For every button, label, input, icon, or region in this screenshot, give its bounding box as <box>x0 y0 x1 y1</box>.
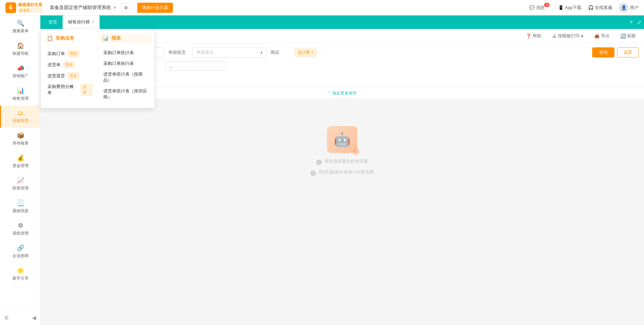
cooperation-icon: 🔗 <box>17 244 24 252</box>
robot-dot-icon <box>353 148 359 155</box>
tab-bar: 首页 销售排行榜 × × ⤢ <box>40 15 644 29</box>
home-icon: 🏠 <box>17 42 24 49</box>
tab-close-button[interactable]: × <box>630 19 633 25</box>
export-button[interactable]: 📤 导出 <box>592 32 612 40</box>
goods-label: 商品 <box>271 49 291 55</box>
print-button[interactable]: 🖨 按模板打印 ▾ <box>549 32 586 40</box>
menu-item-expense[interactable]: 采购费用分摊单 历史 <box>46 81 94 98</box>
empty-state: 🤖 1 请先选择要分析的方案 2 用[过滤]条件来缩小分析范围 <box>40 99 644 204</box>
basic-icon: 📃 <box>17 199 24 207</box>
doc-status-chevron-icon: ▾ <box>260 50 263 55</box>
tab-home[interactable]: 首页 <box>43 15 63 29</box>
sidebar-item-search[interactable]: 🔍 搜索菜单 <box>0 15 40 38</box>
query-btns: 查询 设置 <box>592 47 639 57</box>
purchase-col-icon: 📋 <box>46 35 53 42</box>
sidebar: 🔍 搜索菜单 🏠 快捷导航 📣 营销推广 📊 销售管理 🗂 采购管理 📦 库存核… <box>0 15 40 325</box>
hint-2-icon: 2 <box>311 170 316 176</box>
menu-item-purchase-order[interactable]: 采购订单 历史 <box>46 48 94 59</box>
app-download-button[interactable]: 📱 App下载 <box>558 5 581 11</box>
goods-tag-close-icon[interactable]: × <box>311 50 314 55</box>
dropdown-col-purchase: 📋 采购业务 采购订单 历史 进货单 历史 进货退货 历史 采购费用分摊单 历史 <box>46 35 94 103</box>
sidebar-item-marketing[interactable]: 📣 营销推广 <box>0 60 40 83</box>
help-icon: ❓ <box>526 34 531 39</box>
message-button[interactable]: 💬 消息 9 <box>529 5 551 11</box>
sidebar-item-basic[interactable]: 📃 基础信息 <box>0 195 40 218</box>
sales-icon: 📊 <box>17 87 24 94</box>
dropdown-col-report-header: 📊 报表 <box>99 33 152 43</box>
headset-icon: 🎧 <box>588 5 594 10</box>
toolbar-actions: ❓ 帮助 🖨 按模板打印 ▾ 📤 导出 🔄 刷新 <box>523 32 639 40</box>
sidebar-item-finance[interactable]: 💰 资金管理 <box>0 150 40 173</box>
marketing-icon: 📣 <box>17 65 24 72</box>
sidebar-item-cooperation[interactable]: 🔗 企业协同 <box>0 240 40 263</box>
user-menu-button[interactable]: 👤 用户 <box>619 3 639 12</box>
goods-dots[interactable]: ... <box>319 50 322 55</box>
guide-icon: 🌟 <box>17 267 24 274</box>
system-icon: ⚙ <box>18 222 23 229</box>
sidebar-settings-button[interactable]: ⚙ <box>4 315 9 321</box>
print-icon: 🖨 <box>552 34 557 39</box>
top-header: 6 畅捷通好生意 标准版 装备及固定资产辅助管理系统 ▾ ⚙ 体验行业方案 💬 … <box>0 0 644 15</box>
menu-item-return[interactable]: 进货退货 历史 <box>46 70 94 81</box>
industry-button[interactable]: 体验行业方案 <box>137 3 173 13</box>
empty-hint-2: 用[过滤]条件来缩小分析范围 <box>319 169 373 175</box>
refresh-icon: 🔄 <box>620 34 626 39</box>
sidebar-item-quick-nav[interactable]: 🏠 快捷导航 <box>0 38 40 60</box>
hint-1-icon: 1 <box>316 160 322 165</box>
menu-item-purchase-order-exec[interactable]: 采购订单执行表 <box>102 58 149 69</box>
doc-status-input[interactable]: 单据状态 ▾ <box>192 47 266 57</box>
operations-icon: 📈 <box>17 177 24 184</box>
dropdown-divider <box>98 35 98 103</box>
sidebar-item-sales[interactable]: 📊 销售管理 <box>0 83 40 106</box>
goods-filter-area: 设计费 × ... <box>295 49 322 56</box>
goods-tag[interactable]: 设计费 × <box>295 49 317 56</box>
robot-icon: 🤖 <box>327 126 357 153</box>
logo-text: 畅捷通好生意 标准版 <box>18 2 42 13</box>
finance-icon: 💰 <box>17 154 24 162</box>
system-chevron-icon[interactable]: ▾ <box>114 5 116 10</box>
purchase-icon: 🗂 <box>17 110 24 117</box>
header-right: 💬 消息 9 📱 App下载 🎧 在线客服 👤 用户 <box>529 3 639 12</box>
tab-close-icon[interactable]: × <box>92 20 94 25</box>
sidebar-item-system[interactable]: ⚙ 系统管理 <box>0 218 40 240</box>
refresh-button[interactable]: 🔄 刷新 <box>618 32 639 40</box>
dropdown-col-purchase-header: 📋 采购业务 <box>46 35 94 44</box>
query-button[interactable]: 查询 <box>592 47 614 57</box>
dropdown-columns: 📋 采购业务 采购订单 历史 进货单 历史 进货退货 历史 采购费用分摊单 历史 <box>46 35 149 103</box>
logo-icon: 6 <box>5 2 16 13</box>
system-title-text: 装备及固定资产辅助管理系统 <box>50 5 111 11</box>
system-title-area: 装备及固定资产辅助管理系统 ▾ ⚙ 体验行业方案 <box>50 3 173 13</box>
report-col-icon: 📊 <box>102 35 109 42</box>
menu-item-receipt-stat-supplier[interactable]: 进货单统计表（按供应商） <box>102 86 149 103</box>
help-button[interactable]: ❓ 帮助 <box>523 32 544 40</box>
export-icon: 📤 <box>594 34 600 39</box>
user-avatar: 👤 <box>619 3 629 12</box>
sidebar-item-guide[interactable]: 🌟 新手引导 <box>0 263 40 285</box>
menu-item-receipt-stat-goods[interactable]: 进货单统计表（按商品） <box>102 69 149 86</box>
message-badge: 9 <box>544 3 549 7</box>
logo-area: 6 畅捷通好生意 标准版 <box>5 2 46 13</box>
sidebar-item-inventory[interactable]: 📦 库存核算 <box>0 128 40 150</box>
sidebar-bottom: ⚙ ◀ <box>0 310 40 325</box>
sales-person-input[interactable]: ... <box>166 62 226 71</box>
doc-status-label: 单据状态 <box>168 49 188 55</box>
message-icon: 💬 <box>529 5 535 10</box>
sidebar-item-purchase[interactable]: 🗂 采购管理 <box>0 106 40 128</box>
phone-icon: 📱 <box>558 5 564 10</box>
settings-button[interactable]: 设置 <box>617 47 639 57</box>
tab-bar-right: × ⤢ <box>630 19 641 26</box>
tab-sales-rank[interactable]: 销售排行榜 × <box>63 15 100 29</box>
menu-item-purchase-order-stat[interactable]: 采购订单统计表 <box>102 47 149 58</box>
empty-icon-area: 🤖 <box>327 126 357 153</box>
inventory-icon: 📦 <box>17 132 24 139</box>
logo-badge: 标准版 <box>18 8 42 13</box>
gear-button[interactable]: ⚙ <box>121 3 131 12</box>
menu-item-receipt[interactable]: 进货单 历史 <box>46 59 94 70</box>
tab-expand-button[interactable]: ⤢ <box>637 19 641 26</box>
online-service-button[interactable]: 🎧 在线客服 <box>588 5 612 11</box>
sidebar-collapse-button[interactable]: ◀ <box>32 315 36 321</box>
dropdown-col-report: 📊 报表 采购订单统计表 采购订单执行表 进货单统计表（按商品） 进货单统计表（… <box>102 35 149 103</box>
search-icon: 🔍 <box>17 19 24 27</box>
sidebar-item-operations[interactable]: 📈 经营管理 <box>0 173 40 195</box>
empty-hint-2-row: 2 用[过滤]条件来缩小分析范围 <box>311 169 373 177</box>
